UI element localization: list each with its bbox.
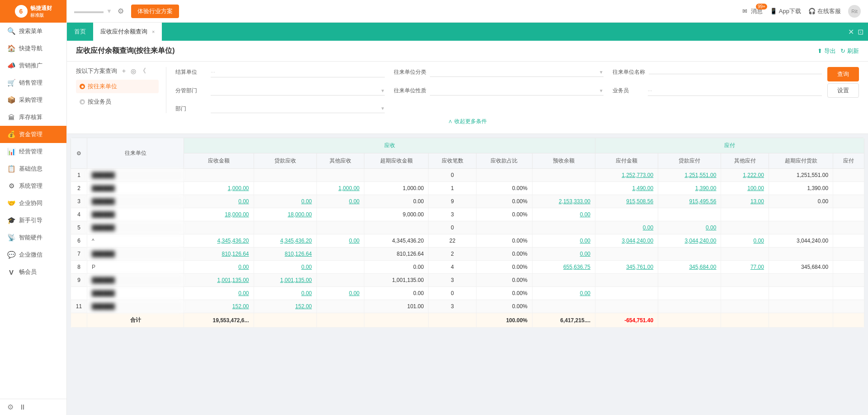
link-prepaid[interactable]: 0.00 xyxy=(580,238,590,244)
unit-category-input[interactable]: ▼ xyxy=(430,68,603,77)
link-ap-amount[interactable]: 1,252,773.00 xyxy=(622,172,653,178)
sidebar-item-member[interactable]: V 畅会员 xyxy=(0,263,66,281)
link-ar[interactable]: 18,000.00 xyxy=(225,211,249,218)
sidebar-item-collab[interactable]: 🤝 企业协同 xyxy=(0,195,66,212)
link-ar[interactable]: 0.00 xyxy=(238,290,249,296)
link-ar-loan[interactable]: 0.00 xyxy=(301,198,311,205)
link-ap-other[interactable]: 77.00 xyxy=(750,264,764,270)
app-download-button[interactable]: 📱 App下载 xyxy=(770,7,801,15)
sidebar-item-nav[interactable]: 🏠 快捷导航 xyxy=(0,40,66,57)
link-ar-loan[interactable]: 810,126.64 xyxy=(285,251,312,257)
link-ar-other[interactable]: 0.00 xyxy=(349,290,359,296)
scheme-option-partner[interactable]: 按往来单位 xyxy=(76,80,159,93)
sidebar-item-search[interactable]: 🔍 搜索菜单 xyxy=(0,23,66,40)
sidebar-settings-icon[interactable]: ⚙ xyxy=(7,403,14,411)
link-ap[interactable]: 915,508.56 xyxy=(626,198,653,205)
tab-close-icon[interactable]: × xyxy=(152,29,155,34)
scheme-option-salesperson[interactable]: 按业务员 xyxy=(76,95,159,109)
sidebar-item-operations[interactable]: 📊 经营管理 xyxy=(0,143,66,160)
finance-icon: 💰 xyxy=(7,130,15,138)
link-ap-other[interactable]: 13.00 xyxy=(750,198,764,205)
link-prepaid[interactable]: 655,636.75 xyxy=(563,264,590,270)
promo-button[interactable]: 体验行业方案 xyxy=(131,5,179,18)
link-ar[interactable]: 152.00 xyxy=(232,303,249,310)
tab-maximize-icon[interactable]: ⊡ xyxy=(858,28,863,36)
sidebar-item-basic[interactable]: 📋 基础信息 xyxy=(0,160,66,177)
link-ar-loan[interactable]: 0.00 xyxy=(301,290,311,296)
th-settings[interactable]: ⚙ xyxy=(71,138,87,169)
sidebar-item-system[interactable]: ⚙ 系统管理 xyxy=(0,177,66,195)
link-ap-loan[interactable]: 915,495.56 xyxy=(689,198,716,205)
table-row: 1 ██████ 0 1,252,773.00 1,251,551.00 1,2… xyxy=(71,169,864,182)
link-prepaid[interactable]: 0.00 xyxy=(580,211,590,218)
add-scheme-icon[interactable]: ＋ xyxy=(121,67,127,75)
topbar-settings-icon[interactable]: ⚙ xyxy=(118,7,124,15)
cell-ar-loan: 0.00 xyxy=(254,261,316,274)
tab-close-button[interactable]: ✕ xyxy=(848,28,854,36)
dept2-input[interactable]: ▼ xyxy=(211,104,385,113)
unit-nature-input[interactable]: ▼ xyxy=(430,86,603,95)
th-ar-loan: 贷款应收 xyxy=(254,153,316,169)
link-ar-loan[interactable]: 1,001,135.00 xyxy=(280,277,312,283)
collapse-bar[interactable]: ∧ 收起更多条件 xyxy=(76,115,859,128)
link-ar[interactable]: 810,126.64 xyxy=(222,251,249,257)
sidebar-item-weixin[interactable]: 💬 企业微信 xyxy=(0,246,66,263)
dept-input[interactable]: ▼ xyxy=(211,86,385,95)
link-ap-loan[interactable]: 0.00 xyxy=(706,224,716,231)
link-ar[interactable]: 4,345,436.20 xyxy=(217,238,249,244)
link-ar[interactable]: 0.00 xyxy=(238,198,249,205)
link-ar[interactable]: 0.00 xyxy=(238,264,249,270)
link-prepaid[interactable]: 2,153,333.00 xyxy=(559,198,590,205)
cell-ap-amount: 1,490.00 xyxy=(595,182,658,195)
settlement-unit-input[interactable]: ··· xyxy=(211,67,385,77)
link-ar-other[interactable]: 0.00 xyxy=(349,198,359,205)
collapse-scheme-icon[interactable]: 《 xyxy=(140,67,146,75)
link-ar-other[interactable]: 0.00 xyxy=(349,238,359,244)
link-ar-other[interactable]: 1,000.00 xyxy=(339,185,360,191)
link-ap-other[interactable]: 0.00 xyxy=(754,238,764,244)
link-ap[interactable]: 345,761.00 xyxy=(626,264,653,270)
cell-ar-ratio: 0.00% xyxy=(476,261,532,274)
tab-ar-query[interactable]: 应收应付余额查询 × xyxy=(93,23,162,41)
link-ap-other[interactable]: 100.00 xyxy=(747,185,764,191)
link-prepaid[interactable]: 0.00 xyxy=(580,290,590,296)
sidebar-item-guide[interactable]: 🎓 新手引导 xyxy=(0,212,66,229)
sidebar-collapse-icon[interactable]: ⏸ xyxy=(19,403,26,411)
unit-name-input[interactable] xyxy=(649,70,822,74)
link-ap-other[interactable]: 1,222.00 xyxy=(743,172,764,178)
sidebar-item-finance[interactable]: 💰 资金管理 xyxy=(0,126,66,143)
salesperson-input[interactable]: ··· xyxy=(648,86,822,96)
th-ar-prepaid: 预收余额 xyxy=(532,153,595,169)
edit-scheme-icon[interactable]: ◎ xyxy=(131,67,136,75)
link-ar[interactable]: 1,000.00 xyxy=(228,185,249,191)
sidebar-item-purchase[interactable]: 📦 采购管理 xyxy=(0,91,66,109)
link-ar-loan[interactable]: 18,000.00 xyxy=(288,211,311,218)
link-ar-loan[interactable]: 4,345,436.20 xyxy=(280,238,312,244)
sidebar-item-hardware[interactable]: 📡 智能硬件 xyxy=(0,229,66,246)
scheme-dot-active xyxy=(80,84,85,89)
query-button[interactable]: 查询 xyxy=(827,67,859,81)
link-prepaid[interactable]: 0.00 xyxy=(580,251,590,257)
link-ap-loan[interactable]: 1,251,551.00 xyxy=(684,172,716,178)
user-avatar[interactable]: Rit xyxy=(848,5,861,18)
sidebar-item-marketing[interactable]: 📣 营销推广 xyxy=(0,57,66,74)
link-ap[interactable]: 0.00 xyxy=(643,224,653,231)
sidebar-item-inventory[interactable]: 🏛 库存核算 xyxy=(0,109,66,126)
table-settings-icon[interactable]: ⚙ xyxy=(76,150,81,157)
link-ap-loan[interactable]: 1,390.00 xyxy=(695,185,717,191)
message-button[interactable]: ✉ 99+ 消息 xyxy=(742,7,763,15)
link-ap[interactable]: 1,490.00 xyxy=(632,185,654,191)
link-ap-loan[interactable]: 3,044,240.00 xyxy=(684,238,716,244)
cell-num: 2 xyxy=(71,182,87,195)
link-ap-loan[interactable]: 345,684.00 xyxy=(689,264,716,270)
tab-home[interactable]: 首页 xyxy=(67,23,93,41)
online-service-button[interactable]: 🎧 在线客服 xyxy=(808,7,841,15)
link-ar-loan[interactable]: 0.00 xyxy=(301,264,311,270)
refresh-button[interactable]: ↻ 刷新 xyxy=(840,47,859,55)
export-button[interactable]: ⬆ 导出 xyxy=(817,47,836,55)
link-ar-loan[interactable]: 152.00 xyxy=(295,303,312,310)
link-ap[interactable]: 3,044,240.00 xyxy=(622,238,653,244)
sidebar-item-sales[interactable]: 🛒 销售管理 xyxy=(0,74,66,91)
settings-button[interactable]: 设置 xyxy=(827,83,859,98)
link-ar[interactable]: 1,001,135.00 xyxy=(217,277,249,283)
